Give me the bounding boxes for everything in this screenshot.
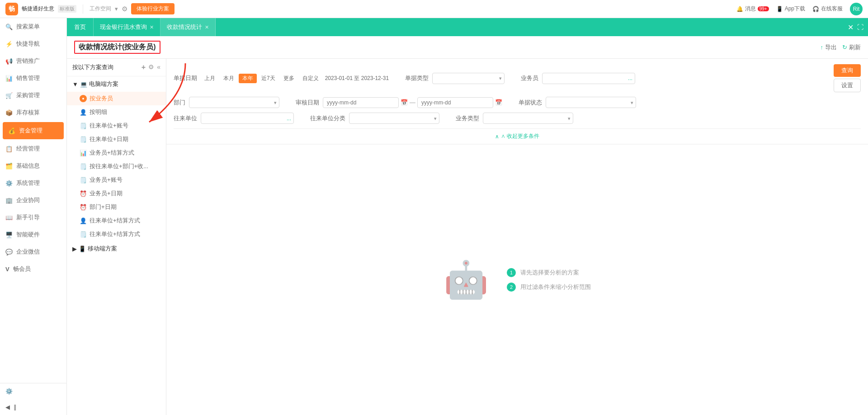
user-avatar[interactable]: Rit xyxy=(850,3,863,15)
date-separator: — xyxy=(410,99,415,106)
tab-maximize-btn[interactable]: ⛶ xyxy=(857,24,863,31)
brand-edition: 标准版 xyxy=(58,5,76,13)
refresh-btn[interactable]: ↻ 刷新 xyxy=(842,43,861,52)
counterpart-type-select[interactable] xyxy=(349,113,439,124)
date-tab-last7[interactable]: 近7天 xyxy=(258,74,279,83)
scheme-item-by-detail[interactable]: 👤 按明细 xyxy=(67,105,166,119)
step2-text: 用过滤条件来缩小分析范围 xyxy=(520,283,591,291)
sidebar-item-finance[interactable]: 💰 资金管理 xyxy=(3,122,64,139)
doc-icon-3: 🗒️ xyxy=(80,163,87,170)
step2-number: 2 xyxy=(507,283,516,292)
sidebar-collapse-btn[interactable]: ◀ ‖ xyxy=(0,399,66,415)
sidebar-settings-btn[interactable]: ⚙️ xyxy=(0,383,66,399)
desktop-scheme-header[interactable]: ▼ 💻 电脑端方案 xyxy=(67,76,166,92)
export-btn[interactable]: ↑ 导出 xyxy=(821,43,837,52)
chart-icon: 📊 xyxy=(5,75,13,82)
scheme-item-staff-account[interactable]: 🗒️ 业务员+账号 xyxy=(67,173,166,187)
lightning-icon: ⚡ xyxy=(5,41,13,47)
date-range-display: 2023-01-01 至 2023-12-31 xyxy=(325,75,389,82)
sidebar-item-inventory[interactable]: 📦 库存核算 xyxy=(0,104,66,121)
dept-select[interactable] xyxy=(189,97,279,108)
scheme-item-staff-date[interactable]: ⏰ 业务员+日期 xyxy=(67,187,166,200)
staff-input[interactable] xyxy=(542,73,635,84)
mobile-icon: 📱 xyxy=(79,245,86,252)
dropdown-icon[interactable]: ▾ xyxy=(115,5,118,12)
query-btn[interactable]: 查询 xyxy=(834,64,861,77)
sidebar-item-sales[interactable]: 📊 销售管理 xyxy=(0,70,66,87)
counterpart-input[interactable] xyxy=(201,113,294,124)
counterpart-more-btn[interactable]: ... xyxy=(287,115,291,122)
date-tab-more[interactable]: 更多 xyxy=(280,74,298,83)
headset-icon: 🎧 xyxy=(812,6,819,12)
bill-status-label: 单据状态 xyxy=(519,99,542,107)
sidebar-item-search[interactable]: 🔍 搜索菜单 xyxy=(0,18,66,35)
tab-close-collection[interactable]: ✕ xyxy=(205,24,209,30)
biz-type-select[interactable] xyxy=(483,113,573,124)
calendar-icon-1: 📅 xyxy=(401,99,408,106)
megaphone-icon: 📢 xyxy=(5,58,13,65)
type-select[interactable] xyxy=(432,73,505,84)
empty-steps-list: 1 请先选择要分析的方案 2 用过滤条件来缩小分析范围 xyxy=(507,268,591,292)
add-scheme-btn[interactable]: + xyxy=(142,63,146,71)
money-icon: 💰 xyxy=(8,127,15,134)
sidebar-item-wechat[interactable]: 💬 企业微信 xyxy=(0,243,66,260)
collapse-panel-btn[interactable]: « xyxy=(157,63,160,71)
sidebar-item-quick-nav[interactable]: ⚡ 快捷导航 xyxy=(0,35,66,52)
date-tab-custom[interactable]: 自定义 xyxy=(299,74,322,83)
tab-bar: 首页 现金银行流水查询 ✕ 收款情况统计 ✕ ✕ ⛶ xyxy=(67,18,868,36)
review-date-start[interactable] xyxy=(323,97,399,108)
left-panel: 按以下方案查询 + ⚙ « ▼ 💻 电脑端方案 xyxy=(67,59,166,415)
scheme-item-counterpart-dept[interactable]: 🗒️ 按往来单位+部门+收... xyxy=(67,160,166,173)
tab-home[interactable]: 首页 xyxy=(67,18,94,36)
refresh-icon: ↻ xyxy=(842,44,847,51)
settings-scheme-btn[interactable]: ⚙ xyxy=(148,63,154,71)
download-icon: 📱 xyxy=(776,6,783,12)
sidebar-item-membership[interactable]: V 畅会员 xyxy=(0,260,66,278)
review-date-end[interactable] xyxy=(417,97,493,108)
sidebar-item-smart-hw[interactable]: 🖥️ 智能硬件 xyxy=(0,226,66,243)
gear-icon[interactable]: ⚙ xyxy=(122,5,127,13)
cart-icon: 🛒 xyxy=(5,92,13,99)
scheme-item-counterpart-settlement2[interactable]: 🗒️ 往来单位+结算方式 xyxy=(67,227,166,241)
top-header: 畅 畅捷通好生意 标准版 工作空间 ▾ ⚙ 体验行业方案 🔔 消息 99+ 📱 … xyxy=(0,0,868,18)
scheme-item-dept-date[interactable]: ⏰ 部门+日期 xyxy=(67,200,166,214)
folder-icon: 🗂️ xyxy=(5,163,13,170)
trial-button[interactable]: 体验行业方案 xyxy=(131,3,175,14)
app-download-btn[interactable]: 📱 App下载 xyxy=(776,5,805,13)
sidebar-item-basic-info[interactable]: 🗂️ 基础信息 xyxy=(0,157,66,174)
mobile-scheme-group: ▶ 📱 移动端方案 xyxy=(67,241,166,256)
online-service-btn[interactable]: 🎧 在线客服 xyxy=(812,5,843,13)
scheme-item-by-staff[interactable]: ● 按业务员 xyxy=(67,92,166,105)
sidebar-item-system[interactable]: ⚙️ 系统管理 xyxy=(0,174,66,192)
sidebar: 🔍 搜索菜单 ⚡ 快捷导航 📢 营销推广 📊 销售管理 🛒 采购管理 📦 库存核… xyxy=(0,18,67,415)
system-icon: ⚙️ xyxy=(5,180,13,187)
tab-bank-flow[interactable]: 现金银行流水查询 ✕ xyxy=(94,18,160,36)
collapse-conditions-btn[interactable]: ∧ ∧ 收起更多条件 xyxy=(174,128,861,144)
sidebar-item-operations[interactable]: 📋 经营管理 xyxy=(0,140,66,157)
scheme-item-staff-settlement[interactable]: 📊 业务员+结算方式 xyxy=(67,146,166,160)
mobile-scheme-header[interactable]: ▶ 📱 移动端方案 xyxy=(67,241,166,256)
sidebar-item-enterprise[interactable]: 🏢 企业协同 xyxy=(0,192,66,209)
settings-btn[interactable]: 设置 xyxy=(834,79,861,92)
sidebar-item-newbie[interactable]: 📖 新手引导 xyxy=(0,209,66,226)
date-tab-this-month[interactable]: 本月 xyxy=(220,74,238,83)
desktop-icon: 💻 xyxy=(80,81,87,88)
messages-btn[interactable]: 🔔 消息 99+ xyxy=(736,5,769,13)
scheme-item-counterpart-date[interactable]: 🗒️ 往来单位+日期 xyxy=(67,132,166,146)
page-title: 收款情况统计(按业务员) xyxy=(74,41,160,54)
scheme-item-counterpart-account[interactable]: 🗒️ 往来单位+账号 xyxy=(67,119,166,132)
tab-close-bank-flow[interactable]: ✕ xyxy=(150,24,154,30)
bill-status-select[interactable] xyxy=(546,97,636,108)
date-tab-last-month[interactable]: 上月 xyxy=(201,74,219,83)
building-icon: 🏢 xyxy=(5,197,13,204)
staff-more-btn[interactable]: ... xyxy=(628,75,632,81)
sidebar-item-marketing[interactable]: 📢 营销推广 xyxy=(0,52,66,70)
tab-collection-stats[interactable]: 收款情况统计 ✕ xyxy=(160,18,216,36)
type-label: 单据类型 xyxy=(405,74,429,82)
sidebar-item-purchase[interactable]: 🛒 采购管理 xyxy=(0,87,66,104)
tab-close-window-btn[interactable]: ✕ xyxy=(848,23,854,32)
page-header: 收款情况统计(按业务员) ↑ 导出 ↻ 刷新 xyxy=(67,36,868,59)
scheme-item-counterpart-settlement1[interactable]: 👤 往来单位+结算方式 xyxy=(67,214,166,227)
collapse-arrow-icon: ◀ xyxy=(5,404,10,410)
date-tab-this-year[interactable]: 本年 xyxy=(239,74,257,83)
